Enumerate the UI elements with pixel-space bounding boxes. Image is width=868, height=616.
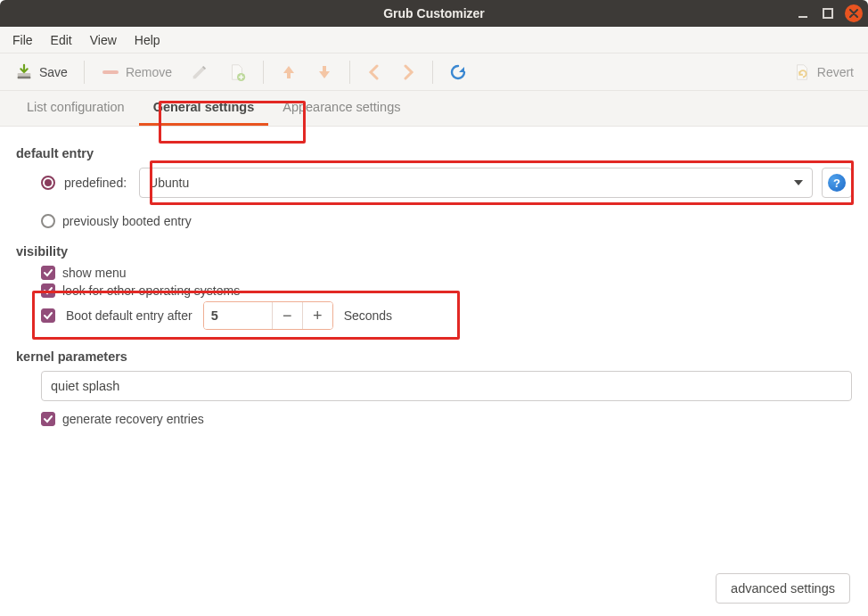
toolbar-down-button[interactable] [308,60,340,85]
chevron-right-icon [400,64,416,80]
tab-row: List configuration General settings Appe… [0,91,868,127]
input-boot-timeout[interactable] [204,302,272,329]
label-predefined: predefined: [64,176,127,190]
toolbar-remove-label: Remove [126,65,172,79]
label-look-other-os: look for other operating systems [62,283,240,298]
section-title-visibility: visibility [16,244,852,259]
label-generate-recovery: generate recovery entries [62,412,204,426]
pencil-icon [190,62,209,82]
checkbox-show-menu[interactable] [41,266,55,280]
menu-view[interactable]: View [81,27,126,53]
label-previously-booted: previously booted entry [62,214,192,228]
chevron-left-icon [366,64,382,80]
titlebar: Grub Customizer [0,0,868,27]
window-controls [795,0,863,27]
svg-rect-3 [18,76,31,78]
toolbar-edit-button[interactable] [183,59,217,86]
window-minimize-button[interactable] [795,5,811,21]
section-title-kernel-params: kernel parameters [16,349,852,364]
section-title-default-entry: default entry [16,146,852,160]
toolbar-separator [349,61,350,84]
advanced-settings-button[interactable]: advanced settings [716,573,850,604]
toolbar-remove-button[interactable]: Remove [94,62,179,83]
tab-general-settings[interactable]: General settings [139,91,269,126]
tab-list-configuration[interactable]: List configuration [12,91,139,126]
remove-icon [101,68,120,77]
window-maximize-button[interactable] [820,5,836,21]
window-close-button[interactable] [845,4,863,22]
toolbar-separator [84,61,85,84]
checkbox-look-other-os[interactable] [41,283,55,298]
svg-rect-0 [798,16,807,18]
save-icon [14,62,34,82]
input-kernel-params[interactable] [41,371,852,401]
arrow-down-icon [315,63,333,81]
toolbar-new-button[interactable] [220,59,254,86]
toolbar-next-button[interactable] [393,61,423,84]
spin-decrement-button[interactable]: − [272,302,302,329]
spin-increment-button[interactable]: + [302,302,332,329]
label-show-menu: show menu [62,266,127,280]
combo-predefined-value: Ubuntu [149,176,189,190]
content-area: default entry predefined: Ubuntu ? previ… [0,127,868,616]
toolbar-save-button[interactable]: Save [7,59,75,86]
toolbar-separator [432,61,433,84]
window-title: Grub Customizer [383,6,485,21]
toolbar-up-button[interactable] [273,60,305,85]
spin-boot-timeout: − + [203,301,333,330]
menu-file[interactable]: File [4,27,42,53]
tab-appearance-settings[interactable]: Appearance settings [268,91,414,126]
svg-rect-4 [102,70,119,74]
svg-rect-2 [18,72,31,76]
combo-predefined-entry[interactable]: Ubuntu [139,168,813,198]
toolbar-save-label: Save [39,65,68,79]
arrow-up-icon [280,63,298,81]
svg-rect-1 [823,9,832,18]
menubar: File Edit View Help [0,27,868,53]
new-file-icon [227,62,247,82]
help-icon: ? [828,174,846,192]
menu-edit[interactable]: Edit [42,27,81,53]
toolbar-separator [263,61,264,84]
menu-help[interactable]: Help [126,27,169,53]
toolbar: Save Remove [0,53,868,91]
radio-previously-booted[interactable] [41,214,55,228]
reload-icon [449,63,467,81]
help-button[interactable]: ? [822,168,852,198]
toolbar-reload-button[interactable] [442,60,474,85]
checkbox-boot-after[interactable] [41,308,55,323]
label-boot-after-unit: Seconds [344,308,392,323]
toolbar-revert-button[interactable]: Revert [785,59,861,86]
chevron-down-icon [794,180,803,185]
radio-predefined[interactable] [41,176,55,190]
revert-icon [792,62,812,82]
label-boot-after: Boot default entry after [66,308,192,323]
toolbar-revert-label: Revert [817,65,854,79]
checkbox-generate-recovery[interactable] [41,412,55,426]
toolbar-prev-button[interactable] [359,61,389,84]
